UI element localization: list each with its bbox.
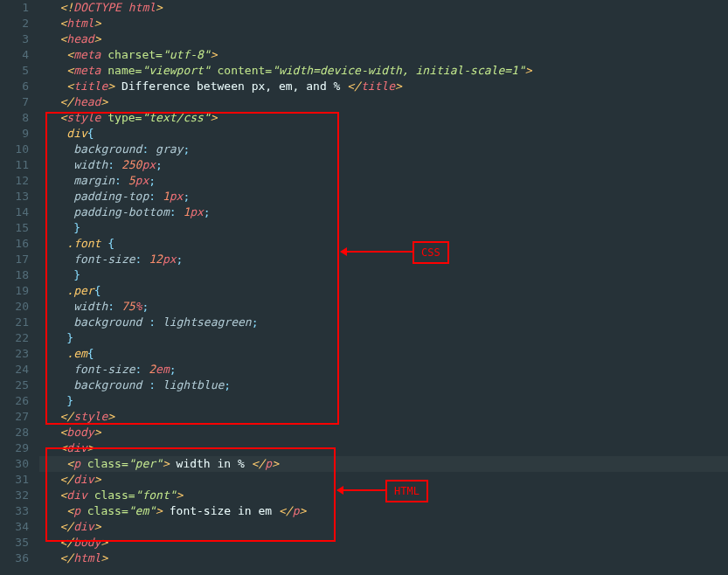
line-number: 33 (0, 503, 29, 519)
code-line[interactable]: <title> Difference between px, em, and %… (39, 79, 728, 94)
line-number: 17 (0, 252, 29, 267)
code-line[interactable]: div{ (39, 126, 728, 142)
code-line[interactable]: <p class="em"> font-size in em </p> (39, 503, 728, 519)
code-line[interactable]: } (39, 393, 728, 409)
code-line[interactable]: <meta name="viewport" content="width=dev… (39, 63, 728, 79)
line-number: 18 (0, 267, 29, 283)
line-number: 3 (0, 31, 29, 47)
code-line[interactable]: </div> (39, 472, 728, 488)
code-line[interactable]: width: 250px; (39, 157, 728, 173)
line-number: 8 (0, 110, 29, 126)
line-number: 15 (0, 220, 29, 236)
line-number: 2 (0, 16, 29, 31)
active-line-highlight (39, 456, 728, 472)
line-number: 1 (0, 0, 29, 16)
line-number: 25 (0, 378, 29, 393)
code-editor[interactable]: 1234567891011121314151617181920212223242… (0, 0, 728, 566)
line-number: 9 (0, 126, 29, 142)
line-number: 27 (0, 409, 29, 425)
code-line[interactable]: </head> (39, 94, 728, 110)
line-number: 7 (0, 94, 29, 110)
line-number: 31 (0, 472, 29, 488)
line-number: 13 (0, 189, 29, 204)
code-line[interactable]: padding-bottom: 1px; (39, 204, 728, 220)
line-number: 36 (0, 551, 29, 566)
line-number: 11 (0, 157, 29, 173)
line-number: 26 (0, 393, 29, 409)
code-area[interactable]: <!DOCTYPE html> <html> <head> <meta char… (39, 0, 728, 566)
line-number: 14 (0, 204, 29, 220)
css-arrow (341, 251, 413, 253)
code-line[interactable]: </div> (39, 519, 728, 535)
code-line[interactable]: <head> (39, 31, 728, 47)
line-number: 24 (0, 362, 29, 378)
line-number: 29 (0, 440, 29, 456)
line-number: 21 (0, 315, 29, 330)
code-line[interactable]: padding-top: 1px; (39, 189, 728, 204)
code-line[interactable]: background : lightseagreen; (39, 315, 728, 330)
code-line[interactable]: <html> (39, 16, 728, 31)
code-line[interactable]: <!DOCTYPE html> (39, 0, 728, 16)
code-line[interactable]: .per{ (39, 283, 728, 299)
line-number: 19 (0, 283, 29, 299)
code-line[interactable]: background: gray; (39, 142, 728, 157)
code-line[interactable]: </style> (39, 409, 728, 425)
code-line[interactable]: .em{ (39, 346, 728, 362)
line-number: 22 (0, 330, 29, 346)
code-line[interactable]: .font { (39, 236, 728, 252)
line-number: 12 (0, 173, 29, 189)
line-number: 34 (0, 519, 29, 535)
code-line[interactable]: </html> (39, 551, 728, 566)
line-number: 28 (0, 425, 29, 440)
code-line[interactable]: <style type="text/css"> (39, 110, 728, 126)
line-number: 16 (0, 236, 29, 252)
line-number: 35 (0, 535, 29, 551)
line-number-gutter: 1234567891011121314151617181920212223242… (0, 0, 39, 566)
code-line[interactable]: </body> (39, 535, 728, 551)
line-number: 32 (0, 488, 29, 503)
html-arrow (337, 489, 385, 491)
line-number: 30 (0, 456, 29, 472)
code-line[interactable]: background : lightblue; (39, 378, 728, 393)
code-line[interactable]: font-size: 2em; (39, 362, 728, 378)
code-line[interactable]: } (39, 220, 728, 236)
code-line[interactable]: width: 75%; (39, 299, 728, 315)
code-line[interactable]: margin: 5px; (39, 173, 728, 189)
code-line[interactable]: font-size: 12px; (39, 252, 728, 267)
line-number: 10 (0, 142, 29, 157)
css-label: CSS (413, 241, 449, 264)
code-line[interactable]: } (39, 267, 728, 283)
line-number: 6 (0, 79, 29, 94)
line-number: 5 (0, 63, 29, 79)
line-number: 20 (0, 299, 29, 315)
line-number: 4 (0, 47, 29, 63)
code-line[interactable]: <meta charset="utf-8"> (39, 47, 728, 63)
line-number: 23 (0, 346, 29, 362)
html-label: HTML (385, 480, 428, 502)
code-line[interactable]: <div> (39, 440, 728, 456)
code-line[interactable]: } (39, 330, 728, 346)
code-line[interactable]: <body> (39, 425, 728, 440)
